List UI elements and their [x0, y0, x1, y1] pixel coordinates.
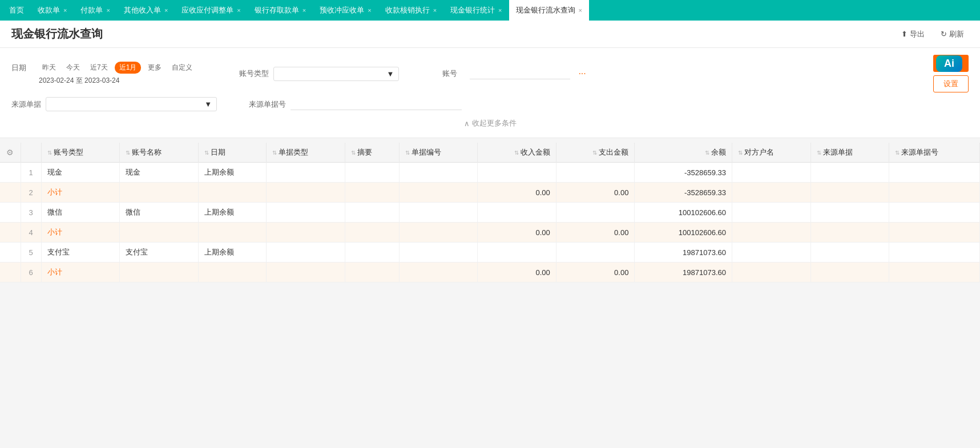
doc-no-column-header: ⇅单据编号: [399, 143, 478, 163]
table-cell: [267, 223, 345, 243]
ai-badge[interactable]: Ai: [936, 55, 962, 72]
account-type-column-header: ⇅账号类型: [41, 143, 120, 163]
data-table-wrapper: ⚙ ⇅账号类型 ⇅账号名称 ⇅日期 ⇅单据类型 ⇅摘要: [0, 143, 980, 282]
table-cell: [889, 243, 980, 263]
nav-advance[interactable]: 预收冲应收单 ×: [313, 0, 378, 21]
chevron-down-icon: ▼: [387, 70, 394, 78]
filter-area: 日期 昨天 今天 近7天 近1月 更多 自定义 2023-02-24 至 202…: [0, 48, 980, 138]
table-cell: [889, 163, 980, 183]
chevron-up-icon: ∧: [464, 119, 470, 128]
export-button[interactable]: ⬆ 导出: [897, 27, 929, 42]
gear-cell[interactable]: [0, 223, 21, 243]
source-doc-no-input[interactable]: [291, 99, 462, 110]
settings-button[interactable]: 设置: [933, 75, 969, 92]
table-cell: 2: [21, 183, 41, 203]
account-type-label: 账号类型: [239, 68, 269, 79]
table-cell: 1: [21, 163, 41, 183]
page-title: 现金银行流水查询: [11, 26, 103, 42]
gear-cell[interactable]: [0, 263, 21, 282]
table-cell: 0.00: [478, 263, 556, 282]
close-icon[interactable]: ×: [368, 7, 371, 14]
table-cell: [198, 263, 267, 282]
date-custom[interactable]: 自定义: [168, 62, 196, 74]
table-cell: [556, 243, 635, 263]
table-cell: 支付宝: [120, 243, 199, 263]
nav-other-income[interactable]: 其他收入单 ×: [117, 0, 175, 21]
sort-icon: ⇅: [705, 150, 709, 156]
source-doc-column-header: ⇅来源单据: [810, 143, 889, 163]
gear-cell[interactable]: [0, 243, 21, 263]
header-actions: ⬆ 导出 ↻ 刷新: [897, 27, 969, 42]
table-cell: [267, 243, 345, 263]
date-more[interactable]: 更多: [144, 62, 165, 74]
table-body: 1现金现金上期余额-3528659.332小计0.000.00-3528659.…: [0, 163, 980, 282]
nav-stats[interactable]: 现金银行统计 ×: [443, 0, 509, 21]
close-icon[interactable]: ×: [237, 7, 240, 14]
sort-icon: ⇅: [47, 150, 52, 156]
table-cell: [198, 183, 267, 203]
table-cell: -3528659.33: [635, 163, 732, 183]
table-row: 6小计0.000.0019871073.60: [0, 263, 980, 282]
date-range: 2023-02-24 至 2023-03-24: [39, 76, 119, 84]
close-icon[interactable]: ×: [433, 7, 437, 14]
table-cell: 19871073.60: [635, 263, 732, 282]
nav-home[interactable]: 首页: [2, 0, 31, 21]
table-cell: 100102606.60: [635, 203, 732, 223]
date-7days[interactable]: 近7天: [87, 62, 111, 74]
table-cell: [732, 183, 810, 203]
date-1month[interactable]: 近1月: [115, 62, 142, 74]
collapse-bar[interactable]: ∧ 收起更多条件: [11, 116, 969, 131]
table-cell: 上期余额: [198, 243, 267, 263]
date-shortcuts: 昨天 今天 近7天 近1月 更多 自定义: [39, 62, 196, 74]
gear-cell[interactable]: [0, 183, 21, 203]
gear-cell[interactable]: [0, 163, 21, 183]
table-cell: 3: [21, 203, 41, 223]
close-icon[interactable]: ×: [579, 7, 582, 14]
sort-icon: ⇅: [738, 150, 743, 156]
table-cell: [810, 163, 889, 183]
date-yesterday[interactable]: 昨天: [39, 62, 59, 74]
table-cell: -3528659.33: [635, 183, 732, 203]
chevron-down-icon: ▼: [204, 100, 212, 108]
dots-button[interactable]: ···: [575, 68, 589, 79]
nav-adjustment[interactable]: 应收应付调整单 ×: [175, 0, 247, 21]
expense-column-header: ⇅支出金额: [556, 143, 635, 163]
table-cell: 6: [21, 263, 41, 282]
sort-icon: ⇅: [204, 150, 209, 156]
close-icon[interactable]: ×: [106, 7, 110, 14]
table-cell: [556, 163, 635, 183]
date-column-header: ⇅日期: [198, 143, 267, 163]
top-nav: 首页 收款单 × 付款单 × 其他收入单 × 应收应付调整单 × 银行存取款单 …: [0, 0, 980, 21]
table-cell: 现金: [120, 163, 199, 183]
table-cell: [399, 183, 478, 203]
date-today[interactable]: 今天: [63, 62, 83, 74]
close-icon[interactable]: ×: [63, 7, 67, 14]
filter-row-date: 日期 昨天 今天 近7天 近1月 更多 自定义 2023-02-24 至 202…: [11, 55, 969, 92]
table-cell: [267, 203, 345, 223]
account-type-select[interactable]: ▼: [273, 67, 399, 81]
account-input[interactable]: [470, 68, 570, 79]
nav-verify[interactable]: 收款核销执行 ×: [378, 0, 443, 21]
gear-icon[interactable]: ⚙: [6, 148, 14, 157]
close-icon[interactable]: ×: [164, 7, 168, 14]
gear-cell[interactable]: [0, 203, 21, 223]
sort-icon: ⇅: [126, 150, 130, 156]
table-cell: 小计: [41, 263, 120, 282]
table-cell: [345, 183, 399, 203]
source-doc-no-label: 来源单据号: [249, 99, 286, 110]
nav-bank-deposit[interactable]: 银行存取款单 ×: [248, 0, 313, 21]
table-cell: [732, 243, 810, 263]
nav-payment[interactable]: 付款单 ×: [74, 0, 116, 21]
nav-flow-query[interactable]: 现金银行流水查询 ×: [509, 0, 589, 21]
rownum-column-header: [21, 143, 41, 163]
refresh-icon: ↻: [941, 30, 947, 38]
table-cell: [732, 203, 810, 223]
table-cell: [399, 223, 478, 243]
close-icon[interactable]: ×: [498, 7, 502, 14]
page-header: 现金银行流水查询 ⬆ 导出 ↻ 刷新: [0, 21, 980, 48]
table-cell: 5: [21, 243, 41, 263]
refresh-button[interactable]: ↻ 刷新: [936, 27, 969, 42]
nav-receipt[interactable]: 收款单 ×: [31, 0, 74, 21]
source-doc-select[interactable]: ▼: [46, 97, 217, 111]
close-icon[interactable]: ×: [303, 7, 306, 14]
